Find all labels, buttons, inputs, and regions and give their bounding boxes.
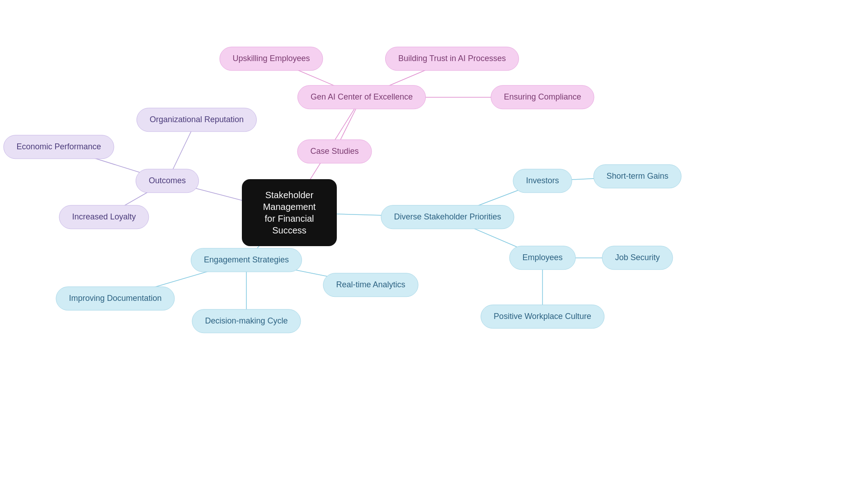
- node-building_trust[interactable]: Building Trust in AI Processes: [385, 47, 519, 71]
- node-diverse_stakeholder[interactable]: Diverse Stakeholder Priorities: [381, 205, 514, 229]
- node-ensuring_compliance[interactable]: Ensuring Compliance: [491, 85, 594, 109]
- node-center[interactable]: Stakeholder Management for Financial Suc…: [242, 179, 337, 246]
- node-upskilling[interactable]: Upskilling Employees: [219, 47, 323, 71]
- node-economic_performance[interactable]: Economic Performance: [3, 135, 114, 159]
- node-positive_workplace[interactable]: Positive Workplace Culture: [481, 304, 604, 328]
- node-investors[interactable]: Investors: [513, 169, 572, 193]
- node-employees[interactable]: Employees: [509, 246, 576, 270]
- mindmap-container: Stakeholder Management for Financial Suc…: [0, 0, 868, 490]
- node-increased_loyalty[interactable]: Increased Loyalty: [59, 205, 149, 229]
- node-job_security[interactable]: Job Security: [602, 246, 673, 270]
- connections-svg: [0, 0, 868, 490]
- node-engagement_strategies[interactable]: Engagement Strategies: [191, 248, 302, 272]
- node-gen_ai[interactable]: Gen AI Center of Excellence: [297, 85, 426, 109]
- node-outcomes[interactable]: Outcomes: [136, 169, 199, 193]
- node-case_studies[interactable]: Case Studies: [297, 139, 372, 163]
- node-real_time_analytics[interactable]: Real-time Analytics: [323, 273, 418, 297]
- node-improving_documentation[interactable]: Improving Documentation: [56, 286, 175, 310]
- node-short_term_gains[interactable]: Short-term Gains: [593, 164, 681, 188]
- node-decision_making[interactable]: Decision-making Cycle: [192, 309, 301, 333]
- node-org_reputation[interactable]: Organizational Reputation: [137, 108, 257, 132]
